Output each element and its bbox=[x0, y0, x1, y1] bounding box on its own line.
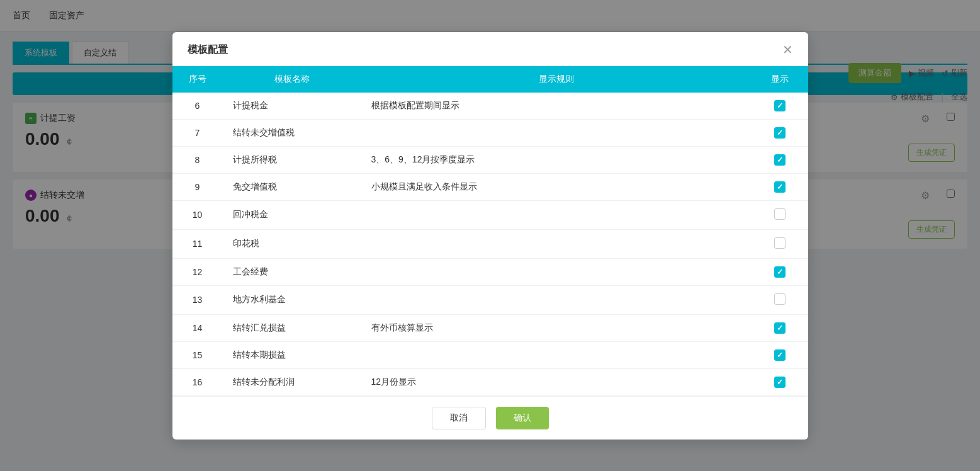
table-row: 13地方水利基金 bbox=[172, 285, 808, 314]
row-index: 9 bbox=[172, 173, 223, 200]
display-checkbox[interactable] bbox=[774, 100, 786, 111]
row-index: 11 bbox=[172, 229, 223, 258]
row-display bbox=[752, 368, 808, 395]
row-rule bbox=[361, 229, 752, 258]
row-rule bbox=[361, 200, 752, 229]
row-index: 14 bbox=[172, 314, 223, 341]
modal-footer: 取消 确认 bbox=[172, 396, 808, 440]
row-rule: 有外币核算显示 bbox=[361, 314, 752, 341]
row-name: 结转汇兑损益 bbox=[223, 314, 361, 341]
table-row: 10回冲税金 bbox=[172, 200, 808, 229]
row-name: 结转未分配利润 bbox=[223, 368, 361, 395]
display-checkbox[interactable] bbox=[774, 154, 786, 166]
cancel-button[interactable]: 取消 bbox=[432, 407, 486, 429]
table-row: 7结转未交增值税 bbox=[172, 119, 808, 146]
row-display bbox=[752, 173, 808, 200]
display-checkbox[interactable] bbox=[774, 266, 786, 278]
row-rule bbox=[361, 119, 752, 146]
row-name: 结转未交增值税 bbox=[223, 119, 361, 146]
display-checkbox[interactable] bbox=[774, 293, 786, 305]
display-checkbox[interactable] bbox=[774, 127, 786, 139]
row-name: 计提所得税 bbox=[223, 146, 361, 173]
display-checkbox[interactable] bbox=[774, 181, 786, 193]
modal-body: 序号 模板名称 显示规则 显示 6计提税金根据模板配置期间显示7结转未交增值税8… bbox=[172, 66, 808, 396]
modal-title: 模板配置 bbox=[188, 43, 228, 57]
display-checkbox[interactable] bbox=[774, 237, 786, 249]
row-display bbox=[752, 200, 808, 229]
table-row: 11印花税 bbox=[172, 229, 808, 258]
row-index: 15 bbox=[172, 341, 223, 368]
display-checkbox[interactable] bbox=[774, 377, 786, 388]
config-table-body: 6计提税金根据模板配置期间显示7结转未交增值税8计提所得税3、6、9、12月按季… bbox=[172, 93, 808, 396]
row-display bbox=[752, 93, 808, 120]
col-index: 序号 bbox=[172, 66, 223, 93]
row-rule: 12月份显示 bbox=[361, 368, 752, 395]
row-rule bbox=[361, 258, 752, 285]
row-rule: 小规模且满足收入条件显示 bbox=[361, 173, 752, 200]
row-index: 12 bbox=[172, 258, 223, 285]
config-table-header: 序号 模板名称 显示规则 显示 bbox=[172, 66, 808, 93]
table-row: 12工会经费 bbox=[172, 258, 808, 285]
table-row: 6计提税金根据模板配置期间显示 bbox=[172, 93, 808, 120]
table-row: 15结转本期损益 bbox=[172, 341, 808, 368]
row-index: 8 bbox=[172, 146, 223, 173]
table-row: 14结转汇兑损益有外币核算显示 bbox=[172, 314, 808, 341]
row-name: 工会经费 bbox=[223, 258, 361, 285]
row-name: 回冲税金 bbox=[223, 200, 361, 229]
modal-overlay: 模板配置 ✕ 序号 模板名称 显示规则 显示 6计提税金根据模板配置期间显示7结… bbox=[0, 0, 980, 471]
row-display bbox=[752, 229, 808, 258]
row-index: 7 bbox=[172, 119, 223, 146]
modal-close-button[interactable]: ✕ bbox=[782, 43, 793, 56]
row-rule: 根据模板配置期间显示 bbox=[361, 93, 752, 120]
table-row: 9免交增值税小规模且满足收入条件显示 bbox=[172, 173, 808, 200]
row-display bbox=[752, 146, 808, 173]
row-index: 16 bbox=[172, 368, 223, 395]
col-display: 显示 bbox=[752, 66, 808, 93]
row-rule bbox=[361, 285, 752, 314]
display-checkbox[interactable] bbox=[774, 208, 786, 220]
template-config-modal: 模板配置 ✕ 序号 模板名称 显示规则 显示 6计提税金根据模板配置期间显示7结… bbox=[172, 32, 808, 440]
row-rule bbox=[361, 341, 752, 368]
col-name: 模板名称 bbox=[223, 66, 361, 93]
modal-header: 模板配置 ✕ bbox=[172, 32, 808, 66]
row-name: 结转本期损益 bbox=[223, 341, 361, 368]
row-display bbox=[752, 314, 808, 341]
row-rule: 3、6、9、12月按季度显示 bbox=[361, 146, 752, 173]
row-display bbox=[752, 258, 808, 285]
table-row: 16结转未分配利润12月份显示 bbox=[172, 368, 808, 395]
confirm-button[interactable]: 确认 bbox=[496, 407, 549, 429]
row-name: 计提税金 bbox=[223, 93, 361, 120]
row-name: 印花税 bbox=[223, 229, 361, 258]
row-name: 免交增值税 bbox=[223, 173, 361, 200]
row-index: 6 bbox=[172, 93, 223, 120]
display-checkbox[interactable] bbox=[774, 349, 786, 361]
row-index: 10 bbox=[172, 200, 223, 229]
col-rule: 显示规则 bbox=[361, 66, 752, 93]
row-index: 13 bbox=[172, 285, 223, 314]
row-display bbox=[752, 285, 808, 314]
row-name: 地方水利基金 bbox=[223, 285, 361, 314]
row-display bbox=[752, 119, 808, 146]
table-row: 8计提所得税3、6、9、12月按季度显示 bbox=[172, 146, 808, 173]
row-display bbox=[752, 341, 808, 368]
display-checkbox[interactable] bbox=[774, 322, 786, 334]
config-table: 序号 模板名称 显示规则 显示 6计提税金根据模板配置期间显示7结转未交增值税8… bbox=[172, 66, 808, 396]
